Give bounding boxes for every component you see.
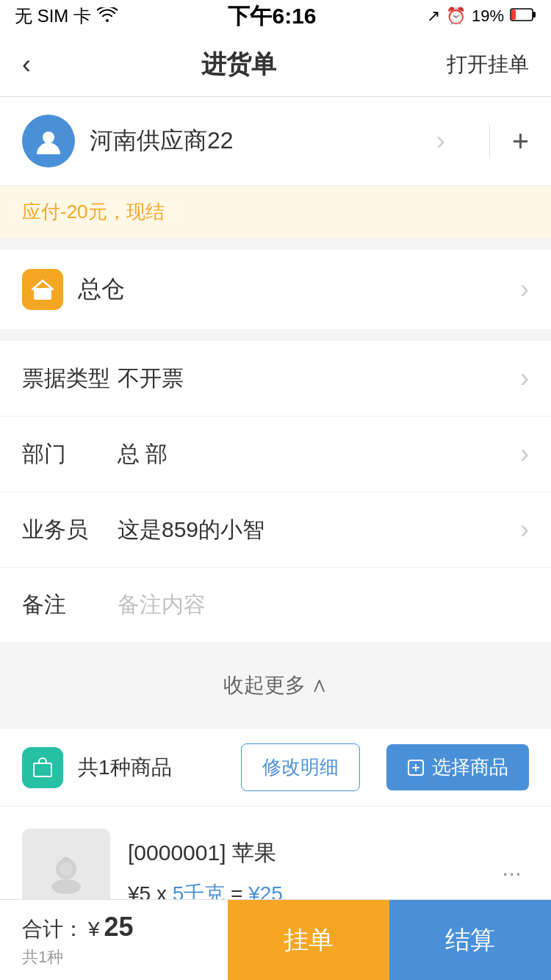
edit-detail-button[interactable]: 修改明细	[241, 743, 360, 791]
svg-rect-2	[533, 12, 536, 18]
location-icon: ↗	[427, 7, 440, 26]
supplier-name: 河南供应商22	[90, 125, 234, 157]
salesman-value: 这是859的小智	[118, 515, 520, 545]
salesman-label: 业务员	[22, 515, 118, 545]
checkout-button[interactable]: 结算	[389, 900, 551, 981]
supplier-left: 河南供应商22	[22, 115, 436, 167]
add-supplier-button[interactable]: +	[512, 125, 529, 158]
supplier-divider	[489, 125, 490, 157]
supplier-chevron	[436, 126, 445, 156]
product-more-button[interactable]: ···	[494, 852, 529, 894]
product-header-icon	[22, 747, 63, 788]
supplier-section: 河南供应商22 + 应付-20元，现结	[0, 97, 551, 238]
total-amount: 25	[104, 912, 134, 943]
warehouse-name: 总仓	[78, 273, 520, 306]
supplier-avatar	[22, 115, 75, 167]
nav-bar: ‹ 进货单 打开挂单	[0, 32, 551, 97]
open-hang-button[interactable]: 打开挂单	[447, 51, 529, 79]
form-section: 票据类型 不开票 部门 总 部 业务员 这是859的小智 备注 备注内容	[0, 341, 551, 642]
svg-rect-4	[34, 288, 51, 300]
dept-row[interactable]: 部门 总 部	[0, 417, 551, 492]
total-symbol: ¥	[88, 918, 100, 941]
select-product-label: 选择商品	[432, 754, 508, 780]
battery-text: 19%	[472, 7, 504, 26]
warehouse-icon	[22, 269, 63, 310]
warehouse-row[interactable]: 总仓	[0, 250, 551, 329]
invoice-value: 不开票	[118, 364, 520, 394]
product-title: 苹果	[232, 840, 276, 865]
select-product-button[interactable]: 选择商品	[386, 744, 529, 790]
svg-point-8	[51, 879, 81, 894]
invoice-label: 票据类型	[22, 364, 118, 394]
total-area: 合计： ¥ 25 共1种	[0, 912, 228, 968]
wifi-icon	[97, 6, 118, 26]
remark-placeholder: 备注内容	[118, 590, 529, 620]
notice-bar: 应付-20元，现结	[0, 186, 551, 238]
status-bar-right: ↗ ⏰ 19%	[427, 7, 536, 26]
svg-point-3	[43, 131, 54, 143]
salesman-row[interactable]: 业务员 这是859的小智	[0, 492, 551, 568]
warehouse-chevron	[520, 274, 529, 305]
product-header: 共1种商品 修改明细 选择商品	[0, 729, 551, 807]
carrier-text: 无 SIM 卡	[15, 4, 91, 28]
total-sub-label: 共1种	[22, 946, 206, 968]
invoice-chevron	[520, 363, 529, 394]
page-title: 进货单	[201, 48, 276, 82]
svg-rect-1	[511, 10, 516, 20]
collapse-button[interactable]: 收起更多 ∧	[0, 654, 551, 717]
product-info: [0000001] 苹果 ¥5 x 5千克 = ¥25	[128, 838, 477, 908]
status-bar-left: 无 SIM 卡	[15, 4, 118, 28]
warehouse-section: 总仓	[0, 250, 551, 329]
product-name: [0000001] 苹果	[128, 838, 477, 868]
dept-value: 总 部	[118, 439, 520, 469]
dept-chevron	[520, 439, 529, 469]
remark-label: 备注	[22, 590, 118, 620]
hang-button[interactable]: 挂单	[228, 900, 389, 981]
status-bar: 无 SIM 卡 下午6:16 ↗ ⏰ 19%	[0, 0, 551, 32]
invoice-row[interactable]: 票据类型 不开票	[0, 341, 551, 417]
supplier-row[interactable]: 河南供应商22 +	[0, 97, 551, 186]
dept-label: 部门	[22, 439, 118, 469]
remark-row[interactable]: 备注 备注内容	[0, 568, 551, 642]
main-content: 河南供应商22 + 应付-20元，现结 总仓 票据类型 不开票	[0, 97, 551, 980]
product-count: 共1种商品	[78, 754, 226, 782]
svg-point-9	[60, 862, 73, 876]
battery-icon	[510, 7, 536, 26]
status-bar-time: 下午6:16	[228, 1, 316, 32]
svg-rect-5	[34, 763, 51, 777]
back-button[interactable]: ‹	[22, 49, 31, 80]
total-line: 合计： ¥ 25	[22, 912, 206, 943]
total-label: 合计：	[22, 915, 84, 943]
product-code: [0000001]	[128, 840, 232, 865]
bottom-bar: 合计： ¥ 25 共1种 挂单 结算	[0, 899, 551, 980]
alarm-icon: ⏰	[446, 7, 466, 26]
salesman-chevron	[520, 514, 529, 545]
